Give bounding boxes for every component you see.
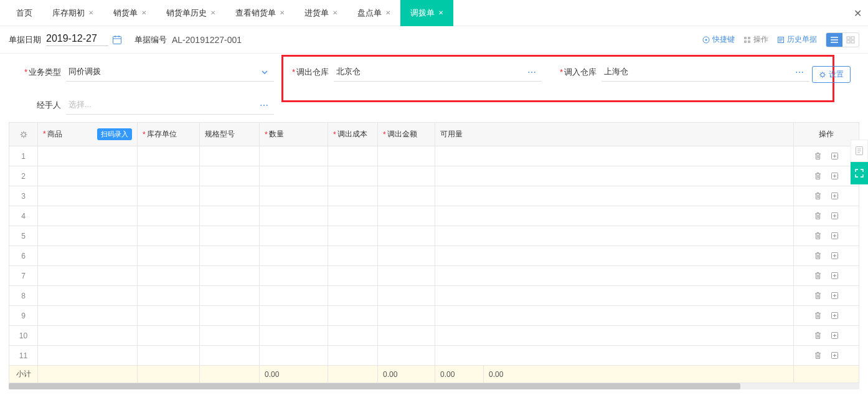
cell-amount[interactable] <box>378 166 435 186</box>
cell-product[interactable] <box>38 206 138 226</box>
cell-amount[interactable] <box>378 246 435 266</box>
cell-cost[interactable] <box>328 166 378 186</box>
cell-avail[interactable] <box>435 346 794 366</box>
cell-spec[interactable] <box>200 226 260 246</box>
cell-cost[interactable] <box>328 226 378 246</box>
cell-unit[interactable] <box>138 346 200 366</box>
cell-qty[interactable] <box>260 226 328 246</box>
tab-sales-history[interactable]: 销货单历史✕ <box>156 0 225 26</box>
table-row[interactable]: 4 <box>9 206 859 226</box>
cell-unit[interactable] <box>138 186 200 206</box>
handler-value[interactable]: 选择... <box>66 95 274 115</box>
cell-qty[interactable] <box>260 166 328 186</box>
cell-amount[interactable] <box>378 286 435 306</box>
cell-spec[interactable] <box>200 166 260 186</box>
cell-product[interactable] <box>38 286 138 306</box>
cell-cost[interactable] <box>328 326 378 346</box>
action-link[interactable]: 操作 <box>743 34 768 45</box>
more-icon[interactable]: ⋯ <box>527 67 537 77</box>
cell-qty[interactable] <box>260 246 328 266</box>
tab-home[interactable]: 首页 <box>6 0 42 26</box>
tab-transfer-order[interactable]: 调拨单✕ <box>400 0 453 26</box>
cell-cost[interactable] <box>328 246 378 266</box>
cell-product[interactable] <box>38 246 138 266</box>
cell-avail[interactable] <box>435 206 794 226</box>
table-row[interactable]: 2 <box>9 166 859 186</box>
table-row[interactable]: 10 <box>9 326 859 346</box>
add-row-icon[interactable] <box>831 272 839 280</box>
more-icon[interactable]: ⋯ <box>260 100 269 110</box>
more-icon[interactable]: ⋯ <box>795 67 804 77</box>
shortcut-link[interactable]: 快捷键 <box>702 34 735 45</box>
cell-cost[interactable] <box>328 306 378 326</box>
cell-cost[interactable] <box>328 346 378 366</box>
delete-row-icon[interactable] <box>814 331 822 340</box>
add-row-icon[interactable] <box>831 212 839 220</box>
table-row[interactable]: 1 <box>9 146 859 166</box>
add-row-icon[interactable] <box>831 331 839 340</box>
cell-spec[interactable] <box>200 146 260 166</box>
cell-avail[interactable] <box>435 146 794 166</box>
cell-spec[interactable] <box>200 306 260 326</box>
view-grid-button[interactable] <box>842 33 859 47</box>
add-row-icon[interactable] <box>831 232 839 240</box>
add-row-icon[interactable] <box>831 292 839 300</box>
tab-purchase-order[interactable]: 进货单✕ <box>295 0 347 26</box>
tab-inventory-opening[interactable]: 库存期初✕ <box>42 0 103 26</box>
cell-spec[interactable] <box>200 326 260 346</box>
handler-field[interactable]: 经手人 选择... ⋯ <box>12 95 274 115</box>
cell-product[interactable] <box>38 266 138 286</box>
history-link[interactable]: 历史单据 <box>777 34 817 45</box>
date-value[interactable]: 2019-12-27 <box>46 33 108 46</box>
view-list-button[interactable] <box>826 33 842 47</box>
cell-unit[interactable] <box>138 226 200 246</box>
cell-spec[interactable] <box>200 266 260 286</box>
delete-row-icon[interactable] <box>814 232 822 240</box>
cell-cost[interactable] <box>328 146 378 166</box>
cell-avail[interactable] <box>435 246 794 266</box>
cell-product[interactable] <box>38 226 138 246</box>
tab-view-sales[interactable]: 查看销货单✕ <box>225 0 295 26</box>
cell-qty[interactable] <box>260 186 328 206</box>
cell-unit[interactable] <box>138 266 200 286</box>
cell-product[interactable] <box>38 186 138 206</box>
cell-cost[interactable] <box>328 206 378 226</box>
table-row[interactable]: 5 <box>9 226 859 246</box>
close-icon[interactable]: ✕ <box>210 9 215 16</box>
cell-qty[interactable] <box>260 266 328 286</box>
chevron-down-icon[interactable] <box>260 68 269 77</box>
cell-avail[interactable] <box>435 186 794 206</box>
delete-row-icon[interactable] <box>814 192 822 200</box>
cell-product[interactable] <box>38 146 138 166</box>
cell-spec[interactable] <box>200 346 260 366</box>
fullscreen-button[interactable] <box>851 162 868 184</box>
table-row[interactable]: 6 <box>9 246 859 266</box>
add-row-icon[interactable] <box>831 152 839 160</box>
gear-column[interactable] <box>9 123 38 146</box>
cell-product[interactable] <box>38 346 138 366</box>
add-row-icon[interactable] <box>831 312 839 320</box>
cell-product[interactable] <box>38 306 138 326</box>
add-row-icon[interactable] <box>831 192 839 200</box>
add-row-icon[interactable] <box>831 351 839 359</box>
cell-avail[interactable] <box>435 286 794 306</box>
delete-row-icon[interactable] <box>814 152 822 160</box>
cell-avail[interactable] <box>435 326 794 346</box>
delete-row-icon[interactable] <box>814 212 822 220</box>
scrollbar-thumb[interactable] <box>9 383 740 389</box>
notes-button[interactable] <box>851 140 868 162</box>
table-row[interactable]: 8 <box>9 286 859 306</box>
close-icon[interactable]: ✕ <box>438 9 443 16</box>
cell-amount[interactable] <box>378 346 435 366</box>
add-row-icon[interactable] <box>831 252 839 260</box>
table-row[interactable]: 3 <box>9 186 859 206</box>
cell-qty[interactable] <box>260 326 328 346</box>
close-all-tabs-icon[interactable]: ✕ <box>854 7 862 19</box>
out-warehouse-value[interactable]: 北京仓 <box>334 62 542 82</box>
biz-type-value[interactable]: 同价调拨 <box>66 62 274 82</box>
cell-unit[interactable] <box>138 286 200 306</box>
close-icon[interactable]: ✕ <box>141 9 146 16</box>
cell-spec[interactable] <box>200 186 260 206</box>
cell-product[interactable] <box>38 166 138 186</box>
close-icon[interactable]: ✕ <box>88 9 93 16</box>
